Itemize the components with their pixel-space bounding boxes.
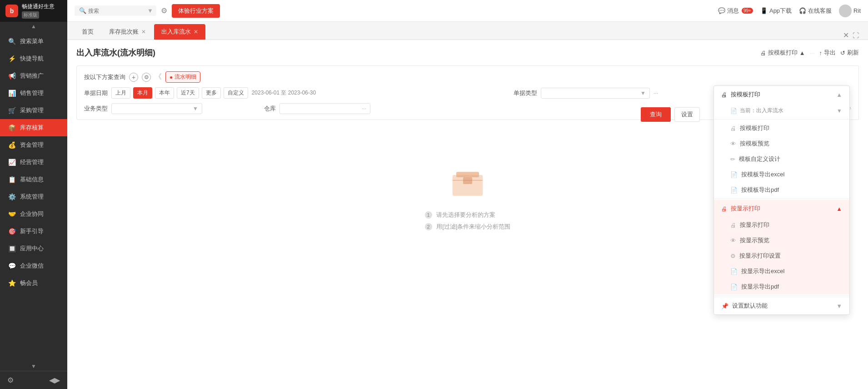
dropdown-display-export-excel[interactable]: 📄 按显示导出excel [714,264,849,279]
dropdown-panel: 🖨 按模板打印 ▲ 📄 当前：出入库流水 ▼ 🖨 按模板打印 👁 按模 [713,85,850,315]
customer-service-btn[interactable]: 🎧 在线客服 [799,7,832,15]
print-settings-icon: ⚙ [730,253,736,259]
sidebar-item-label: 应用中心 [20,244,44,253]
date-btn-more[interactable]: 更多 [202,87,221,99]
sidebar-item-collaboration[interactable]: 🤝 企业协同 [0,205,67,223]
batch-account-tab-close[interactable]: ✕ [141,29,146,35]
set-default-feature-btn[interactable]: 📌 设置默认功能 ▼ [714,297,849,314]
page-title: 出入库流水(流水明细) [76,47,155,58]
tab-home[interactable]: 首页 [75,24,101,40]
topbar-search-box[interactable]: 🔍 ▼ [75,5,156,16]
scroll-down-arrow[interactable]: ▼ [0,362,67,371]
print-icon-1: 🖨 [730,125,736,132]
date-btn-last-month[interactable]: 上月 [111,87,130,99]
collapse-sidebar-icon[interactable]: ◀▶ [49,376,60,384]
wechat-icon: 💬 [7,262,16,269]
divider-2 [714,199,849,199]
sidebar-item-purchase[interactable]: 🛒 采购管理 [0,102,67,119]
tab-in-out-flow[interactable]: 出入库流水 ✕ [154,24,205,40]
sidebar-item-member[interactable]: ⭐ 畅会员 [0,274,67,292]
sidebar-item-finance[interactable]: 💰 资金管理 [0,136,67,154]
message-btn[interactable]: 💬 消息 99+ [718,7,753,15]
settings-footer-icon[interactable]: ⚙ [7,376,14,384]
step-2: 2 用[过滤]条件来缩小分析范围 [425,221,511,233]
empty-state-icon [445,164,490,200]
type-select[interactable]: ▼ [541,88,650,99]
dropdown-template-export-pdf[interactable]: 📄 按模板导出pdf [714,182,849,198]
template-print-section-header[interactable]: 🖨 按模板打印 ▲ [714,86,849,103]
gear-settings-icon[interactable]: ⚙ [161,6,167,15]
setting-btn[interactable]: 设置 [674,107,700,122]
template-preview-label: 按模板预览 [740,140,769,148]
sidebar-item-label: 企业协同 [20,210,44,218]
template-export-excel-label: 按模板导出excel [741,170,784,179]
sidebar-item-basic-info[interactable]: 📋 基础信息 [0,171,67,188]
sidebar-item-marketing[interactable]: 📢 营销推广 [0,67,67,85]
dropdown-display-export-pdf[interactable]: 📄 按显示导出pdf [714,279,849,294]
trial-btn[interactable]: 体验行业方案 [172,4,220,18]
display-print-label: 按显示打印 [740,221,769,229]
display-print-section-header[interactable]: 🖨 按显示打印 ▲ [714,200,849,217]
date-btn-custom[interactable]: 自定义 [224,87,248,99]
pdf-icon-2: 📄 [730,284,738,290]
date-field-label: 单据日期 [84,89,108,97]
business-type-select[interactable]: ▼ [111,103,202,114]
sidebar-item-wechat[interactable]: 💬 企业微信 [0,257,67,274]
sidebar-item-guide[interactable]: 🎯 新手引导 [0,223,67,240]
sidebar-item-app-center[interactable]: 🔲 应用中心 [0,240,67,257]
type-more-icon[interactable]: ··· [653,90,658,96]
sidebar-item-operations[interactable]: 📈 经营管理 [0,154,67,171]
date-btn-7days[interactable]: 近7天 [177,87,199,99]
current-template-label: 当前：出入库流水 [740,107,783,115]
filter-add-btn[interactable]: + [129,73,138,82]
headset-icon: 🎧 [799,7,806,14]
sidebar: b 畅捷通好生意 标准版 ▲ 🔍 搜索菜单 ⚡ 快捷导航 📢 营销推广 📊 销售… [0,0,67,389]
customer-service-label: 在线客服 [808,7,832,15]
batch-account-tab-label: 库存批次账 [109,28,139,36]
main-area: 🔍 ▼ ⚙ 体验行业方案 💬 消息 99+ 📱 App下载 🎧 在线客服 [67,0,868,389]
expand-window-icon[interactable]: ⛶ [853,32,859,39]
in-out-flow-tab-close[interactable]: ✕ [194,29,198,35]
actions-divider: ··· [810,50,815,56]
template-print-btn[interactable]: 🖨 按模板打印 ▲ [760,49,805,57]
dropdown-template-print[interactable]: 🖨 按模板打印 [714,120,849,136]
display-print-settings-label: 按显示打印设置 [739,252,781,260]
search-input[interactable] [88,8,147,14]
sidebar-item-system[interactable]: ⚙️ 系统管理 [0,188,67,205]
message-badge: 99+ [742,8,753,14]
date-btn-this-month[interactable]: 本月 [133,87,152,99]
sidebar-item-quick-nav[interactable]: ⚡ 快捷导航 [0,50,67,67]
display-section-collapse-icon: ▲ [836,205,842,212]
template-print-section-label: 按模板打印 [731,90,760,99]
warehouse-more-icon[interactable]: ··· [362,105,366,112]
system-icon: ⚙️ [7,193,16,200]
tabs-bar: 首页 库存批次账 ✕ 出入库流水 ✕ ✕ ⛶ [67,22,868,40]
dropdown-template-export-excel[interactable]: 📄 按模板导出excel [714,167,849,182]
filter-collapse-arrow[interactable]: 《 [155,72,162,82]
date-btn-this-year[interactable]: 本年 [155,87,174,99]
current-template-item[interactable]: 📄 当前：出入库流水 ▼ [714,103,849,118]
query-btn[interactable]: 查询 [641,107,671,122]
dropdown-template-preview[interactable]: 👁 按模板预览 [714,136,849,151]
close-window-icon[interactable]: ✕ [843,31,849,40]
dropdown-display-preview[interactable]: 👁 按显示预览 [714,233,849,248]
date-filter-item: 单据日期 上月 本月 本年 近7天 更多 自定义 2023-06-01 至 20… [84,87,506,99]
warehouse-select[interactable]: ··· [279,103,370,114]
tab-batch-account[interactable]: 库存批次账 ✕ [102,24,153,40]
avatar [839,5,852,17]
step-2-num: 2 [425,223,432,230]
inventory-icon: 📦 [7,124,16,131]
refresh-btn[interactable]: ↺ 刷新 [840,49,859,57]
dropdown-display-print-settings[interactable]: ⚙ 按显示打印设置 [714,248,849,264]
dropdown-display-print[interactable]: 🖨 按显示打印 [714,217,849,233]
user-menu[interactable]: Rit [839,5,861,17]
dropdown-template-custom[interactable]: ✏ 模板自定义设计 [714,151,849,167]
sidebar-item-search[interactable]: 🔍 搜索菜单 [0,33,67,50]
scroll-up-arrow[interactable]: ▲ [0,22,67,31]
sidebar-item-sales[interactable]: 📊 销售管理 [0,85,67,102]
excel-icon-1: 📄 [730,171,738,178]
export-btn[interactable]: ↑ 导出 [819,49,836,57]
filter-settings-btn[interactable]: ⚙ [142,73,151,82]
app-download-btn[interactable]: 📱 App下载 [760,7,792,15]
sidebar-item-inventory[interactable]: 📦 库存核算 [0,119,67,136]
